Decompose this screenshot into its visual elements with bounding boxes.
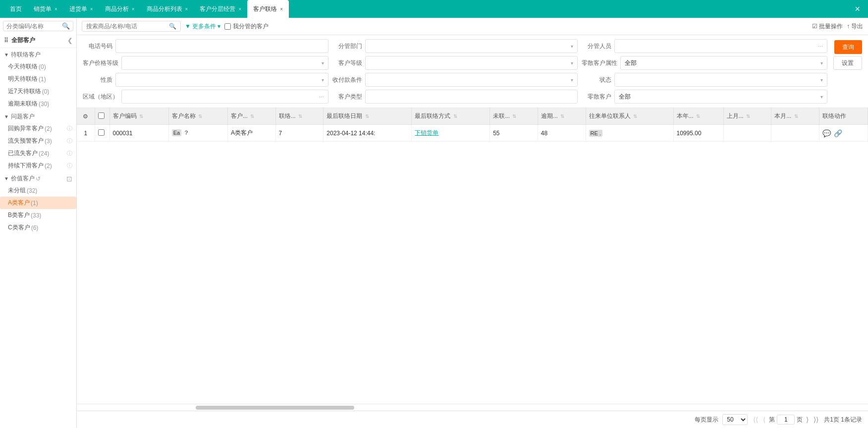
payment-select[interactable]: ▾ bbox=[365, 73, 578, 87]
batch-operation-button[interactable]: ☑ 批量操作 bbox=[812, 22, 843, 31]
th-contact-count[interactable]: 联络... ⇅ bbox=[275, 108, 324, 125]
refresh-icon[interactable]: ↺ bbox=[36, 175, 41, 182]
value-customer-group[interactable]: ▼ 价值客户 ↺ ⊡ bbox=[0, 172, 76, 184]
add-icon[interactable]: ⊡ bbox=[66, 175, 72, 183]
person-select[interactable]: ··· bbox=[614, 39, 827, 53]
select-all-checkbox[interactable] bbox=[98, 112, 105, 119]
filter-search-input[interactable] bbox=[86, 23, 167, 30]
close-icon[interactable]: × bbox=[132, 6, 135, 12]
chevron-down-icon: ▾ bbox=[322, 60, 324, 66]
row-checkbox[interactable] bbox=[98, 129, 105, 136]
problem-customer-group[interactable]: ▼ 问题客户 bbox=[0, 110, 76, 122]
th-this-month[interactable]: 本月... ⇅ bbox=[771, 108, 819, 125]
sidebar-item-7days-pending[interactable]: 近7天待联络(0) bbox=[0, 85, 76, 98]
nav-tab-customer-contact[interactable]: 客户联络 × bbox=[247, 0, 289, 18]
customer-type-input[interactable] bbox=[365, 90, 578, 104]
sidebar-collapse-button[interactable]: ❮ bbox=[67, 37, 72, 44]
th-last-contact-method[interactable]: 最后联络方式 ⇅ bbox=[412, 108, 490, 125]
horizontal-scrollbar[interactable] bbox=[77, 404, 868, 411]
dept-select[interactable]: ▾ bbox=[365, 39, 578, 53]
nav-tab-purchase[interactable]: 进货单 × bbox=[63, 0, 99, 18]
region-select[interactable]: ··· bbox=[121, 90, 328, 104]
prev-page-button[interactable]: ⟨ bbox=[761, 416, 767, 424]
page-nav: ⟨⟨ ⟨ 第 页 ⟩ ⟩⟩ bbox=[752, 415, 820, 425]
close-icon[interactable]: × bbox=[185, 6, 188, 12]
customer-level-select[interactable]: ▾ bbox=[365, 56, 578, 70]
th-last-month[interactable]: 上月... ⇅ bbox=[723, 108, 771, 125]
last-page-button[interactable]: ⟩⟩ bbox=[812, 416, 820, 424]
td-overdue: 48 bbox=[538, 125, 586, 142]
sort-icon: ⇅ bbox=[250, 113, 254, 119]
retail-customer-select[interactable]: 全部 ▾ bbox=[614, 90, 827, 104]
next-page-button[interactable]: ⟩ bbox=[805, 416, 810, 424]
query-button[interactable]: 查询 bbox=[834, 40, 862, 54]
sidebar-search-input[interactable] bbox=[6, 23, 62, 30]
nav-tab-product-analysis[interactable]: 商品分析 × bbox=[99, 0, 141, 18]
th-this-year[interactable]: 本年... ⇅ bbox=[673, 108, 723, 125]
th-company-contact[interactable]: 往来单位联系人 ⇅ bbox=[586, 108, 673, 125]
pending-contact-group[interactable]: ▼ 待联络客户 bbox=[0, 48, 76, 60]
filter-search-box[interactable]: 🔍 bbox=[82, 21, 181, 32]
nav-tab-customer-segment[interactable]: 客户分层经营 × bbox=[194, 0, 247, 18]
th-overdue[interactable]: 逾期... ⇅ bbox=[538, 108, 586, 125]
page-number-input[interactable] bbox=[777, 415, 795, 425]
top-nav: 首页 销货单 × 进货单 × 商品分析 × 商品分析列表 × 客户分层经营 × … bbox=[0, 0, 868, 18]
sidebar-item-class-c[interactable]: C类客户(6) bbox=[0, 221, 76, 234]
search-icon[interactable]: 🔍 bbox=[169, 23, 176, 30]
phone-input[interactable] bbox=[115, 39, 328, 53]
pagination-bar: 每页显示 50 100 200 ⟨⟨ ⟨ 第 页 ⟩ ⟩⟩ 共1页 1条记录 bbox=[77, 411, 868, 428]
settings-button[interactable]: 设置 bbox=[833, 56, 862, 70]
nav-tab-product-analysis-list[interactable]: 商品分析列表 × bbox=[141, 0, 194, 18]
close-icon[interactable]: × bbox=[280, 6, 283, 12]
close-all-button[interactable]: × bbox=[851, 4, 864, 14]
arrow-down-icon: ▼ bbox=[4, 114, 9, 119]
action-icons: 💬 🔗 bbox=[822, 129, 865, 137]
help-icon: ⓘ bbox=[67, 125, 72, 132]
sidebar-item-class-a[interactable]: A类客户(1) bbox=[0, 197, 76, 209]
sidebar-item-overdue-pending[interactable]: 逾期未联络(30) bbox=[0, 98, 76, 110]
th-not-contacted[interactable]: 未联... ⇅ bbox=[490, 108, 538, 125]
sidebar-item-loss-warning[interactable]: 流失预警客户(3) ⓘ bbox=[0, 135, 76, 147]
search-icon[interactable]: 🔍 bbox=[62, 22, 70, 30]
th-code[interactable]: 客户编码 ⇅ bbox=[109, 108, 168, 125]
th-level[interactable]: 客户... ⇅ bbox=[227, 108, 275, 125]
sidebar-search-box[interactable]: 🔍 bbox=[3, 21, 73, 31]
close-icon[interactable]: × bbox=[90, 6, 93, 12]
sidebar-item-lost-customers[interactable]: 已流失客户(24) ⓘ bbox=[0, 147, 76, 160]
td-last-contact-method[interactable]: 下销货单 bbox=[412, 125, 490, 142]
close-icon[interactable]: × bbox=[54, 6, 57, 12]
sidebar-item-declining-customers[interactable]: 持续下滑客户(2) ⓘ bbox=[0, 160, 76, 172]
close-icon[interactable]: × bbox=[238, 6, 241, 12]
sidebar-item-repurchase-abnormal[interactable]: 回购异常客户(2) ⓘ bbox=[0, 122, 76, 135]
chat-icon[interactable]: 💬 bbox=[822, 129, 831, 137]
price-level-select[interactable]: ▾ bbox=[121, 56, 328, 70]
td-code: 000031 bbox=[109, 125, 168, 142]
link-icon[interactable]: 🔗 bbox=[834, 129, 842, 137]
td-not-contacted: 55 bbox=[490, 125, 538, 142]
th-checkbox[interactable] bbox=[95, 108, 109, 125]
filter-field-customer-level: 客户等级 ▾ bbox=[332, 56, 578, 70]
th-settings[interactable]: ⚙ bbox=[77, 108, 95, 125]
nav-tab-sales[interactable]: 销货单 × bbox=[28, 0, 63, 18]
sidebar-item-today-pending[interactable]: 今天待联络(0) bbox=[0, 60, 76, 73]
sidebar-item-class-b[interactable]: B类客户(33) bbox=[0, 209, 76, 221]
sidebar-item-tomorrow-pending[interactable]: 明天待联络(1) bbox=[0, 73, 76, 85]
nav-tab-home[interactable]: 首页 bbox=[4, 0, 28, 18]
sidebar-item-unclassified[interactable]: 未分组(32) bbox=[0, 184, 76, 197]
td-last-contact-date: 2023-04-12 14:44: bbox=[324, 125, 412, 142]
th-last-contact-date[interactable]: 最后联络日期 ⇅ bbox=[324, 108, 412, 125]
th-name[interactable]: 客户名称 ⇅ bbox=[168, 108, 227, 125]
td-checkbox[interactable] bbox=[95, 125, 109, 142]
per-page-select[interactable]: 50 100 200 bbox=[722, 414, 748, 425]
more-conditions-button[interactable]: ▼ 更多条件 ▾ bbox=[185, 22, 220, 31]
my-customers-checkbox-group[interactable]: 我分管的客户 bbox=[224, 22, 269, 31]
status-select[interactable]: ▾ bbox=[614, 73, 827, 87]
export-button[interactable]: ↑ 导出 bbox=[847, 22, 863, 31]
td-this-month bbox=[771, 125, 819, 142]
sort-icon: ⇅ bbox=[794, 113, 798, 119]
retail-attr-select[interactable]: 全部 ▾ bbox=[620, 56, 827, 70]
first-page-button[interactable]: ⟨⟨ bbox=[752, 416, 760, 424]
nature-select[interactable]: ▾ bbox=[115, 73, 328, 87]
my-customers-checkbox[interactable] bbox=[224, 23, 231, 30]
arrow-down-icon: ▼ bbox=[4, 176, 9, 181]
